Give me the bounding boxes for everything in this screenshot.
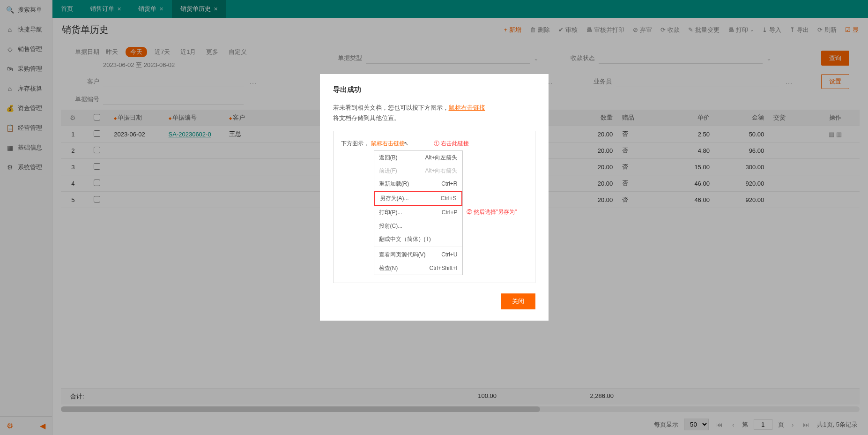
ctx-item: 前进(F)Alt+向右箭头 xyxy=(374,164,462,177)
ctx-item: 另存为(A)...Ctrl+S xyxy=(374,191,462,206)
hint-image: 下方图示， 鼠标右击链接 ↖ ① 右击此链接 返回(B)Alt+向左箭头前进(F… xyxy=(333,131,535,283)
modal-title: 导出成功 xyxy=(333,85,535,94)
ctx-item: 重新加载(R)Ctrl+R xyxy=(374,177,462,190)
ctx-item: 打印(P)...Ctrl+P xyxy=(374,206,462,219)
ctx-item: 翻成中文（简体）(T) xyxy=(374,232,462,246)
ctx-item: 投射(C)... xyxy=(374,219,462,232)
ctx-item: 返回(B)Alt+向左箭头 xyxy=(374,151,462,164)
cursor-icon: ↖ xyxy=(404,139,408,148)
close-button[interactable]: 关闭 xyxy=(501,293,535,309)
export-modal: 导出成功 若未看到相关文档，您也可以按下方图示，鼠标右击链接 将文档存储到其他位… xyxy=(320,74,549,321)
right-click-link[interactable]: 鼠标右击链接 xyxy=(449,104,485,111)
ctx-item: 查看网页源代码(V)Ctrl+U xyxy=(374,248,462,261)
context-menu: 返回(B)Alt+向左箭头前进(F)Alt+向右箭头重新加载(R)Ctrl+R另… xyxy=(374,150,463,276)
modal-overlay[interactable]: 导出成功 若未看到相关文档，您也可以按下方图示，鼠标右击链接 将文档存储到其他位… xyxy=(0,0,868,435)
ctx-item: 检查(N)Ctrl+Shift+I xyxy=(374,262,462,275)
modal-body: 若未看到相关文档，您也可以按下方图示，鼠标右击链接 将文档存储到其他位置。 下方… xyxy=(333,103,535,283)
anno-2: ② 然后选择"另存为" xyxy=(467,207,517,217)
anno-1: ① 右击此链接 xyxy=(434,139,469,148)
